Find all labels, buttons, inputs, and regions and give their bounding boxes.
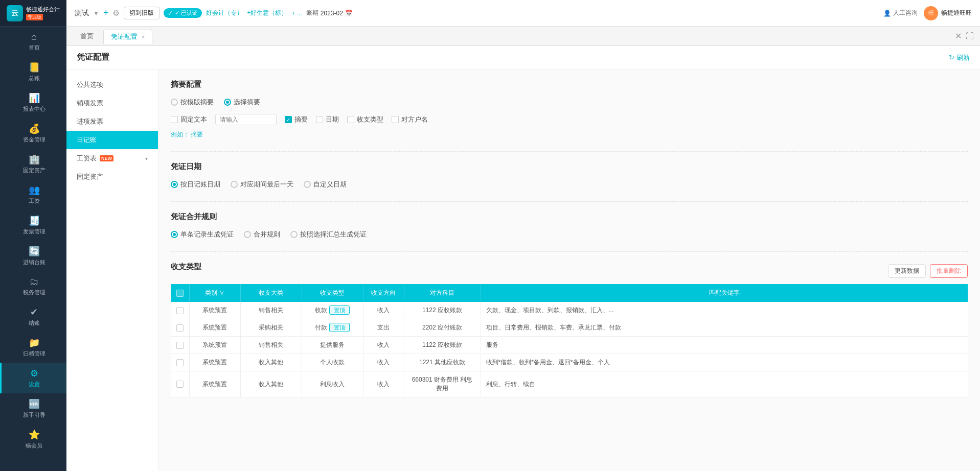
salary-icon: 👥 [29,184,40,196]
select-all-checkbox[interactable] [176,290,184,297]
th-checkbox[interactable] [171,284,189,302]
radio-custom-date[interactable]: 自定义日期 [304,180,347,189]
row-checkbox[interactable] [171,354,189,371]
sidebar-item-assets[interactable]: 🏢 固定资产 [0,149,66,179]
good-business-label: +好生意（标） [247,9,287,17]
reports-icon: 📊 [29,92,40,104]
row-category: 系统预置 [189,319,240,337]
radio-single-record[interactable]: 单条记录生成凭证 [171,230,234,239]
customer-service-button[interactable]: 👤 人工咨询 [883,9,918,17]
sidebar-item-archive[interactable]: 📁 归档管理 [0,332,66,363]
sidebar-item-settlement[interactable]: ✔ 结账 [0,301,66,332]
row-checkbox[interactable] [171,302,189,319]
radio-merge-rule[interactable]: 合并规则 [244,230,280,239]
radio-circle-select-summary [290,231,298,238]
funds-icon: 💰 [29,123,40,134]
summary-radio-group: 按模版摘要 选择摘要 [171,98,968,107]
update-data-button[interactable]: 更新数据 [888,264,926,278]
fixed-text-input[interactable] [215,114,277,125]
checkbox-counterpart[interactable]: 对方户名 [392,115,428,124]
dropdown-arrow-icon[interactable]: ▼ [93,10,99,17]
reset-tag[interactable]: 置顶 [329,323,350,332]
checkbox-cell[interactable] [176,342,184,349]
nav-item-fixed-assets[interactable]: 固定资产 [66,168,158,186]
checkbox-cell[interactable] [176,359,184,366]
row-bigtype: 收入其他 [240,354,302,371]
logo: 云 畅捷通好会计 专业版 [0,0,66,27]
row-bigtype: 采购相关 [240,319,302,337]
type-label: 收款 [315,307,327,314]
row-category: 系统预置 [189,371,240,397]
sidebar-item-funds[interactable]: 💰 资金管理 [0,118,66,149]
row-direction: 支出 [363,319,404,337]
merge-section-title: 凭证合并规则 [171,212,968,222]
th-keyword: 匹配关键字 [481,284,968,302]
row-category: 系统预置 [189,337,240,354]
invoice-icon: 🧾 [29,215,40,226]
check-icon: ✓ [168,10,173,17]
sidebar-item-ledger[interactable]: 📒 总账 [0,57,66,87]
merge-radio-group: 单条记录生成凭证 合并规则 按照选择汇总生成凭证 [171,230,968,239]
table-row: 系统预置收入其他利息收入收入660301 财务费用 利息费用利息、行转、续自 [171,371,968,397]
sidebar-item-invoice[interactable]: 🧾 发票管理 [0,210,66,241]
th-direction: 收支方向 [363,284,404,302]
tab-close-icon[interactable]: × [142,34,145,40]
calendar-icon[interactable]: 📅 [345,10,353,17]
settings-topbar-icon[interactable]: ⚙ [112,8,120,18]
summary-checkbox-row: 固定文本 ✓ 摘要 日期 收支类型 [171,114,968,125]
checkbox-cell[interactable] [176,307,184,314]
checkbox-summary[interactable]: ✓ 摘要 [285,115,308,124]
checkbox-box-counterpart [392,116,399,123]
checkbox-cell[interactable] [176,381,184,388]
th-category: 类别 ∨ [189,284,240,302]
summary-section: 摘要配置 按模版摘要 选择摘要 [171,80,968,139]
sidebar-item-guide[interactable]: 🆕 新手引导 [0,393,66,424]
close-window-icon[interactable]: ✕ [955,31,962,41]
checkbox-date[interactable]: 日期 [316,115,339,124]
sidebar-item-salary[interactable]: 👥 工资 [0,179,66,210]
row-category: 系统预置 [189,302,240,319]
batch-delete-button[interactable]: 批量删除 [930,264,968,278]
nav-item-sales-invoice[interactable]: 销项发票 [66,94,158,112]
reset-tag[interactable]: 置顶 [329,305,350,315]
sidebar-item-reports[interactable]: 📊 报表中心 [0,87,66,118]
archive-icon: 📁 [29,337,40,348]
sidebar-item-home[interactable]: ⌂ 首页 [0,27,66,57]
sidebar-item-settings[interactable]: ⚙ 设置 [0,363,66,393]
maximize-icon[interactable]: ⛶ [966,32,974,41]
checkbox-cell[interactable] [176,324,184,332]
topbar-right: 👤 人工咨询 旺 畅捷通旺旺 [883,6,972,20]
tab-home[interactable]: 首页 [73,29,101,43]
row-checkbox[interactable] [171,319,189,337]
switch-version-button[interactable]: 切到旧版 [124,7,159,19]
radio-template-summary[interactable]: 按模版摘要 [171,98,214,107]
sidebar-item-tax[interactable]: 🗂 税务管理 [0,271,66,301]
radio-diary-date[interactable]: 按日记账日期 [171,180,220,189]
refresh-button[interactable]: ↻ 刷新 [949,53,970,62]
nav-item-purchase-invoice[interactable]: 进项发票 [66,112,158,131]
tab-voucher-config[interactable]: 凭证配置 × [103,30,152,44]
radio-select-summary-merge[interactable]: 按照选择汇总生成凭证 [290,230,367,239]
checkbox-box-summary: ✓ [285,116,292,123]
nav-item-diary[interactable]: 日记账 [66,131,158,149]
assets-icon: 🏢 [29,154,40,165]
row-checkbox[interactable] [171,337,189,354]
add-company-icon[interactable]: + [103,8,109,18]
checkbox-fixed-text[interactable]: 固定文本 [171,115,207,124]
nav-item-public[interactable]: 公共选项 [66,76,158,94]
type-label: 付款 [315,324,327,331]
row-checkbox[interactable] [171,371,189,397]
nav-item-salary-table[interactable]: 工资表 NEW ▾ [66,149,158,168]
row-account: 1122 应收账款 [404,302,481,319]
table-header: 类别 ∨ 收支大类 收支类型 收支方向 [171,284,968,302]
home-icon: ⌂ [31,32,37,42]
sidebar-item-purchase-sales[interactable]: 🔄 进销台账 [0,241,66,271]
income-table: 类别 ∨ 收支大类 收支类型 收支方向 [171,284,968,397]
radio-period-last[interactable]: 对应期间最后一天 [231,180,293,189]
user-menu[interactable]: 旺 畅捷通旺旺 [924,6,972,20]
checkbox-income-type[interactable]: 收支类型 [347,115,383,124]
service-icon: 👤 [883,10,891,17]
sidebar-item-member[interactable]: ⭐ 畅会员 [0,424,66,455]
row-direction: 收入 [363,337,404,354]
radio-select-summary[interactable]: 选择摘要 [224,98,260,107]
